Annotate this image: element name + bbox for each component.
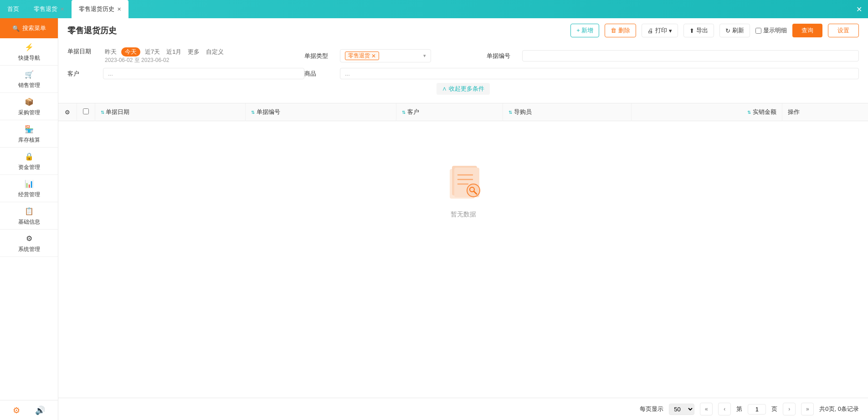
type-tag-close-icon[interactable]: ✕ (371, 53, 376, 59)
th-action-label: 操作 (788, 108, 800, 115)
filter-area: 单据日期 昨天 今天 近7天 近1月 更多 自定义 2023-06-02 至 2… (67, 43, 859, 103)
collapse-filter-button[interactable]: ∧ 收起更多条件 (437, 83, 490, 95)
sidebar-search[interactable]: 🔍 搜索菜单 (0, 18, 58, 38)
th-action: 操作 (782, 103, 868, 121)
delete-button[interactable]: 🗑 删除 (605, 24, 636, 37)
page-title: 零售退货历史 (67, 25, 117, 36)
shortcut-more[interactable]: 更多 (186, 47, 201, 56)
type-filter-select[interactable]: 零售退货 ✕ ▾ (340, 49, 431, 62)
sidebar: 🔍 搜索菜单 ⚡ 快捷导航 🛒 销售管理 📦 采购管理 🏪 库存核算 🔒 资金管… (0, 18, 58, 420)
sidebar-item-sales-label: 销售管理 (18, 82, 40, 89)
date-range-text: 2023-06-02 至 2023-06-02 (105, 56, 226, 64)
display-detail-checkbox[interactable] (755, 28, 761, 34)
th-docno[interactable]: ⇅ 单据编号 (246, 103, 396, 121)
page-size-select[interactable]: 10 20 50 100 (669, 404, 694, 415)
page-prev-button[interactable]: ‹ (718, 403, 731, 415)
sidebar-item-system-label: 系统管理 (18, 246, 40, 253)
shortcut-today[interactable]: 今天 (121, 47, 140, 56)
goods-filter-label: 商品 (304, 70, 336, 78)
purchase-mgmt-icon: 📦 (24, 96, 35, 107)
th-guide-label: 导购员 (514, 108, 532, 115)
page-next-button[interactable]: › (783, 403, 796, 415)
sidebar-item-purchase-mgmt[interactable]: 📦 采购管理 (0, 93, 58, 120)
query-button[interactable]: 查询 (792, 24, 822, 37)
volume-icon[interactable]: 🔊 (35, 405, 45, 415)
export-icon: ⬆ (689, 27, 694, 34)
tab-home[interactable]: 首页 (0, 0, 26, 18)
print-label: 打印 (655, 26, 667, 35)
operations-icon: 📊 (24, 178, 35, 189)
display-detail-label: 显示明细 (763, 26, 787, 35)
settings-gear-icon[interactable]: ⚙ (13, 405, 20, 415)
empty-state-text: 暂无数据 (451, 210, 476, 219)
date-shortcuts: 昨天 今天 近7天 近1月 更多 自定义 (103, 47, 226, 56)
sales-mgmt-icon: 🛒 (24, 69, 35, 80)
goods-filter-input[interactable] (340, 68, 859, 79)
sort-icon-customer: ⇅ (402, 110, 406, 115)
th-customer[interactable]: ⇅ 客户 (396, 103, 503, 121)
th-date-label: 单据日期 (106, 108, 129, 115)
page-first-button[interactable]: « (700, 403, 713, 415)
export-button[interactable]: ⬆ 导出 (683, 24, 714, 37)
page-number-input[interactable] (748, 404, 766, 415)
finance-icon: 🔒 (24, 151, 35, 162)
page-last-button[interactable]: » (801, 403, 814, 415)
table-body: 暂无数据 (58, 121, 868, 237)
filter-row-2: 客户 商品 (67, 68, 859, 79)
print-chevron-icon: ▾ (669, 27, 672, 34)
sidebar-item-basic-info-label: 基础信息 (18, 218, 40, 226)
main-layout: 🔍 搜索菜单 ⚡ 快捷导航 🛒 销售管理 📦 采购管理 🏪 库存核算 🔒 资金管… (0, 18, 868, 420)
sidebar-item-basic-info[interactable]: 📋 基础信息 (0, 202, 58, 230)
toolbar: + 新增 🗑 删除 🖨 打印 ▾ ⬆ 导出 ↻ 刷新 (570, 24, 859, 37)
shortcut-custom[interactable]: 自定义 (204, 47, 226, 56)
select-all-checkbox[interactable] (83, 108, 89, 114)
page-unit: 页 (771, 405, 777, 413)
empty-state-illustration (441, 158, 486, 203)
sidebar-item-inventory[interactable]: 🏪 库存核算 (0, 120, 58, 148)
docno-filter-input[interactable] (522, 50, 859, 61)
tab-retail-return-close[interactable]: ✕ (60, 6, 64, 12)
refresh-button[interactable]: ↻ 刷新 (719, 24, 750, 37)
th-amount[interactable]: ⇅ 实销金额 (632, 103, 782, 121)
sidebar-item-finance[interactable]: 🔒 资金管理 (0, 148, 58, 175)
th-settings[interactable]: ⚙ (58, 103, 77, 121)
search-icon: 🔍 (12, 25, 20, 32)
tab-retail-return-history[interactable]: 零售退货历史 ✕ (72, 0, 128, 18)
inventory-icon: 🏪 (24, 123, 35, 134)
refresh-icon: ↻ (725, 27, 730, 34)
system-mgmt-icon: ⚙ (24, 233, 35, 244)
quick-nav-icon: ⚡ (24, 41, 35, 52)
tab-retail-return-history-close[interactable]: ✕ (117, 6, 121, 12)
table-header-row: ⚙ ⇅ 单据日期 ⇅ 单据编号 ⇅ 客户 (58, 103, 868, 121)
sidebar-item-sales-mgmt[interactable]: 🛒 销售管理 (0, 66, 58, 93)
print-button[interactable]: 🖨 打印 ▾ (642, 24, 678, 37)
sort-icon-guide: ⇅ (508, 110, 512, 115)
shortcut-7days[interactable]: 近7天 (143, 47, 162, 56)
filter-actions: ∧ 收起更多条件 (67, 83, 859, 95)
th-checkbox[interactable] (77, 103, 95, 121)
window-close-button[interactable]: ✕ (850, 0, 868, 18)
display-detail-checkbox-label[interactable]: 显示明细 (755, 26, 787, 35)
date-filter-label: 单据日期 (67, 47, 99, 56)
refresh-label: 刷新 (732, 26, 744, 35)
sidebar-item-quick-nav[interactable]: ⚡ 快捷导航 (0, 38, 58, 66)
total-info: 共0页, 0条记录 (819, 405, 859, 413)
th-date[interactable]: ⇅ 单据日期 (95, 103, 246, 121)
settings-button[interactable]: 设置 (828, 24, 859, 37)
customer-filter-input[interactable] (103, 68, 304, 79)
empty-state-cell: 暂无数据 (58, 121, 868, 237)
shortcut-1month[interactable]: 近1月 (164, 47, 183, 56)
th-guide[interactable]: ⇅ 导购员 (503, 103, 631, 121)
sidebar-item-system-mgmt[interactable]: ⚙ 系统管理 (0, 230, 58, 257)
tab-retail-return[interactable]: 零售退货 ✕ (26, 0, 72, 18)
shortcut-yesterday[interactable]: 昨天 (103, 47, 118, 56)
new-button[interactable]: + 新增 (570, 24, 599, 37)
empty-state-row: 暂无数据 (58, 121, 868, 237)
page-label: 第 (736, 405, 742, 413)
th-docno-label: 单据编号 (257, 108, 280, 115)
top-bar: 首页 零售退货 ✕ 零售退货历史 ✕ ✕ (0, 0, 868, 18)
type-tag: 零售退货 ✕ (345, 51, 379, 60)
sidebar-item-operations[interactable]: 📊 经营管理 (0, 175, 58, 202)
tab-retail-return-label: 零售退货 (34, 5, 57, 13)
pagination-bar: 每页显示 10 20 50 100 « ‹ 第 页 › » 共0页, 0条记录 (58, 398, 868, 420)
